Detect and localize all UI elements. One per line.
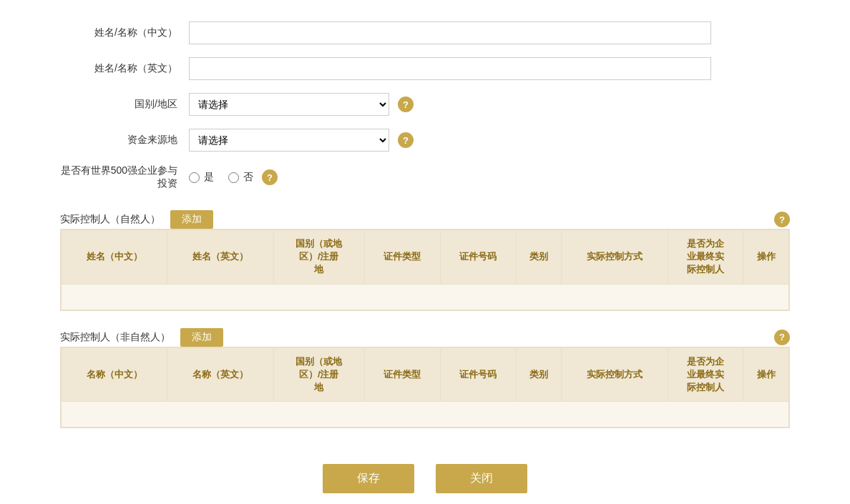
section1-col-operation: 操作 (743, 230, 789, 285)
section2-col-name-en: 名称（英文） (167, 347, 273, 402)
section1-col-category: 类别 (516, 230, 562, 285)
section1-col-cert-type: 证件类型 (364, 230, 440, 285)
section1-col-name-en: 姓名（英文） (167, 230, 273, 285)
country-help-icon[interactable]: ? (398, 97, 414, 112)
name-cn-label: 姓名/名称（中文） (60, 26, 189, 39)
fortune500-no-radio[interactable] (228, 172, 239, 183)
section2-col-category: 类别 (516, 347, 562, 402)
fortune500-yes-label: 是 (204, 171, 214, 184)
section2-col-operation: 操作 (743, 347, 789, 402)
section1-col-name-cn: 姓名（中文） (62, 230, 167, 285)
section1-add-button[interactable]: 添加 (170, 210, 213, 229)
section1-table-header: 姓名（中文） 姓名（英文） 国别（或地区）/注册地 证件类型 证件号码 类别 实… (62, 230, 789, 285)
section2-title: 实际控制人（非自然人） (60, 331, 170, 344)
main-container: 姓名/名称（中文） 姓名/名称（英文） 国别/地区 请选择 ? 资金来源地 请选… (31, 0, 819, 504)
fortune500-help-icon[interactable]: ? (262, 169, 278, 185)
footer-buttons: 保存 关闭 (60, 464, 790, 493)
fortune500-no-option[interactable]: 否 (228, 171, 253, 184)
section2-empty-cell (62, 402, 789, 428)
country-row: 国别/地区 请选择 ? (60, 93, 790, 116)
section1-table: 姓名（中文） 姓名（英文） 国别（或地区）/注册地 证件类型 证件号码 类别 实… (61, 229, 789, 310)
section2-col-name-cn: 名称（中文） (62, 347, 167, 402)
section2-col-country: 国别（或地区）/注册地 (273, 347, 364, 402)
section2-help-icon[interactable]: ? (774, 330, 790, 345)
section2-left: 实际控制人（非自然人） 添加 (60, 328, 223, 347)
name-cn-row: 姓名/名称（中文） (60, 21, 790, 44)
section1-title: 实际控制人（自然人） (60, 213, 160, 226)
section2-header: 实际控制人（非自然人） 添加 ? (60, 328, 790, 347)
country-select[interactable]: 请选择 (189, 93, 389, 116)
section1-empty-row (62, 284, 789, 310)
fortune500-no-label: 否 (243, 171, 253, 184)
save-button[interactable]: 保存 (323, 464, 414, 493)
name-en-label: 姓名/名称（英文） (60, 62, 189, 75)
name-en-input[interactable] (189, 57, 711, 80)
fund-source-label: 资金来源地 (60, 134, 189, 147)
country-label: 国别/地区 (60, 98, 189, 111)
name-en-row: 姓名/名称（英文） (60, 57, 790, 80)
fortune500-yes-option[interactable]: 是 (189, 171, 214, 184)
section1-col-is-final-controller: 是否为企业最终实际控制人 (668, 230, 743, 285)
fortune500-radio-group: 是 否 (189, 171, 253, 184)
section1-left: 实际控制人（自然人） 添加 (60, 210, 213, 229)
section1-col-cert-no: 证件号码 (440, 230, 516, 285)
section1-empty-cell (62, 284, 789, 310)
section1-help-icon[interactable]: ? (774, 212, 790, 227)
section1-col-country: 国别（或地区）/注册地 (273, 230, 364, 285)
section2-col-control-method: 实际控制方式 (562, 347, 668, 402)
section2-col-cert-type: 证件类型 (364, 347, 440, 402)
fortune500-row: 是否有世界500强企业参与投资 是 否 ? (60, 164, 790, 190)
section1-col-control-method: 实际控制方式 (562, 230, 668, 285)
section1-table-wrapper: 姓名（中文） 姓名（英文） 国别（或地区）/注册地 证件类型 证件号码 类别 实… (60, 229, 790, 311)
name-cn-input[interactable] (189, 21, 711, 44)
section2-table: 名称（中文） 名称（英文） 国别（或地区）/注册地 证件类型 证件号码 类别 实… (61, 347, 789, 428)
section2-table-wrapper: 名称（中文） 名称（英文） 国别（或地区）/注册地 证件类型 证件号码 类别 实… (60, 347, 790, 429)
section2-col-is-final-controller: 是否为企业最终实际控制人 (668, 347, 743, 402)
fund-source-help-icon[interactable]: ? (398, 132, 414, 148)
close-button[interactable]: 关闭 (436, 464, 527, 493)
section2-table-header: 名称（中文） 名称（英文） 国别（或地区）/注册地 证件类型 证件号码 类别 实… (62, 347, 789, 402)
fortune500-yes-radio[interactable] (189, 172, 200, 183)
section1-header: 实际控制人（自然人） 添加 ? (60, 210, 790, 229)
fortune500-label: 是否有世界500强企业参与投资 (60, 164, 189, 190)
section2-empty-row (62, 402, 789, 428)
fund-source-select[interactable]: 请选择 (189, 129, 389, 152)
section2-add-button[interactable]: 添加 (180, 328, 223, 347)
section2-col-cert-no: 证件号码 (440, 347, 516, 402)
fund-source-row: 资金来源地 请选择 ? (60, 129, 790, 152)
